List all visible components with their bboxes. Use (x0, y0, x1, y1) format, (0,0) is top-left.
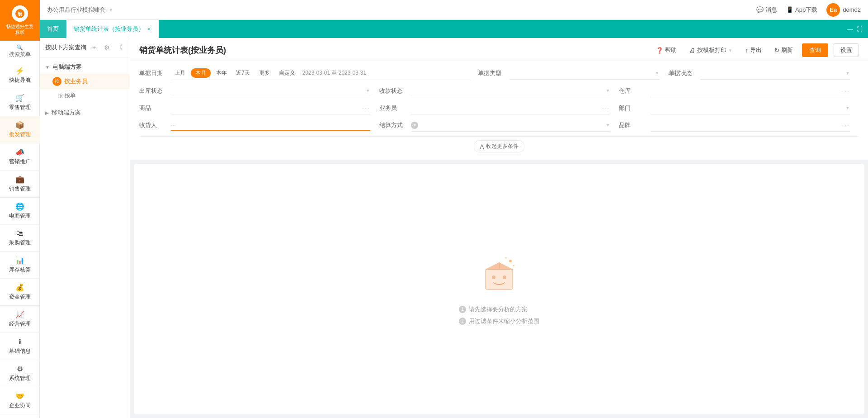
product-select[interactable]: ··· (171, 102, 370, 114)
receipt-status-select[interactable]: ▼ (411, 85, 610, 97)
retail-icon: 🛒 (15, 94, 24, 102)
mobile-expand-icon: ▶ (45, 110, 49, 115)
tip-num-2: 2 (459, 318, 466, 325)
sidebar-item-sys-mgmt[interactable]: ⚙ 系统管理 (0, 360, 40, 387)
logo-icon: 畅 (12, 5, 28, 22)
date-btn-last-month[interactable]: 上月 (171, 68, 189, 78)
dept-label: 部门 (619, 104, 651, 112)
inventory-icon: 📊 (15, 256, 24, 265)
empty-tips: 1 请先选择要分析的方案 2 用过滤条件来缩小分析范围 (459, 304, 539, 327)
receipt-status-arrow-icon: ▼ (605, 88, 610, 93)
breadcrumb: 办公用品行业模拟账套 (47, 6, 106, 14)
user-menu[interactable]: Ea demo2 (826, 3, 861, 17)
tab-home[interactable]: 首页 (40, 20, 66, 38)
sidebar-item-sales-mgmt[interactable]: 💼 销售管理 (0, 171, 40, 198)
doc-type-arrow-icon: ▼ (655, 71, 660, 76)
export-button[interactable]: ↑ 导出 (742, 44, 766, 56)
settlement-clear-button[interactable]: ✕ (411, 122, 418, 129)
tab-sales-stat-label: 销货单统计表（按业务员） (74, 25, 144, 33)
date-btn-more[interactable]: 更多 (255, 68, 274, 78)
settings-button[interactable]: 设置 (834, 43, 859, 57)
sidebar-item-retail-mgmt[interactable]: 🛒 零售管理 (0, 89, 40, 116)
collapse-more-button[interactable]: ⋀ 收起更多条件 (474, 140, 524, 152)
header-right: 💬 消息 📱 App下载 Ea demo2 (756, 3, 861, 17)
print-template-button[interactable]: 🖨 按模板打印 ▼ (686, 44, 736, 56)
warehouse-select[interactable]: ··· (651, 85, 850, 97)
export-label: 导出 (750, 46, 762, 54)
refresh-button[interactable]: ↻ 刷新 (771, 44, 797, 56)
sidebar-item-search-menu[interactable]: 🔍 搜索菜单 (0, 41, 40, 62)
user-name: demo2 (843, 6, 861, 13)
print-icon: 🖨 (689, 47, 695, 54)
content-area: 按以下方案查询 + ⚙ 《 ▼ 电脑端方案 按 按业务员 按 按 (40, 38, 868, 418)
brand-select[interactable]: ··· (651, 119, 850, 132)
salesperson-icon: 按 (52, 77, 61, 86)
brand-label: 品牌 (619, 121, 651, 129)
tab-sales-stat[interactable]: 销货单统计表（按业务员） ✕ (66, 20, 159, 38)
doc-status-select[interactable]: ▼ (700, 67, 850, 80)
sidebar-item-corp-collab[interactable]: 🤝 企业协同 (0, 387, 40, 414)
consignee-input-control[interactable]: ··· (171, 120, 370, 131)
sidebar-item-basic-info[interactable]: ℹ 基础信息 (0, 333, 40, 360)
tab-close-icon[interactable]: ✕ (147, 26, 151, 32)
out-status-label: 出库状态 (139, 87, 171, 95)
sidebar-item-ecom[interactable]: 🌐 电商管理 (0, 198, 40, 225)
date-btn-custom[interactable]: 自定义 (275, 68, 299, 78)
date-btn-this-year[interactable]: 本年 (212, 68, 231, 78)
consignee-label: 收货人 (139, 121, 171, 129)
tip-text-2: 用过滤条件来缩小分析范围 (469, 315, 539, 327)
collapse-panel-icon[interactable]: 《 (114, 43, 124, 52)
sidebar-item-purchase[interactable]: 🛍 采购管理 (0, 225, 40, 252)
filter-row-4: 收货人 ··· 结算方式 ✕ ▼ 品牌 ··· (139, 119, 859, 132)
date-quick-buttons: 上月 本月 本年 近7天 更多 自定义 2023-03-01 至 2023-03… (171, 68, 366, 78)
wholesale-icon: 📦 (15, 121, 24, 129)
settlement-select[interactable]: ✕ ▼ (411, 119, 610, 132)
doc-type-select[interactable]: ▼ (509, 67, 660, 80)
tree-child-by-salesperson[interactable]: 按 按业务员 (40, 74, 130, 89)
sidebar-item-label: 电商管理 (9, 212, 31, 220)
tab-minimize-icon[interactable]: — (847, 26, 853, 33)
app-logo[interactable]: 畅 畅捷通好生意 标版 (0, 0, 40, 41)
search-icon: 🔍 (16, 44, 23, 51)
settlement-arrow-icon: ▼ (605, 123, 610, 128)
tree-pc-parent[interactable]: ▼ 电脑端方案 (40, 60, 130, 74)
message-button[interactable]: 💬 消息 (756, 6, 777, 14)
tree-mobile-parent[interactable]: ▶ 移动端方案 (40, 105, 130, 120)
tree-sub-by-order[interactable]: 按 按单 (40, 89, 130, 102)
empty-illustration (476, 251, 522, 296)
collapse-icon: ⋀ (480, 143, 484, 150)
dept-select[interactable]: ▼ (651, 102, 850, 114)
header-left: 办公用品行业模拟账套 ▾ (47, 6, 113, 14)
message-icon: 💬 (756, 6, 764, 13)
date-btn-this-month[interactable]: 本月 (191, 68, 211, 78)
add-scheme-button[interactable]: + (89, 43, 99, 52)
app-download-button[interactable]: 📱 App下载 (786, 6, 817, 14)
warehouse-label: 仓库 (619, 87, 651, 95)
tab-bar-actions: — ⛶ (842, 26, 868, 33)
salesperson-select[interactable]: ··· (411, 102, 610, 114)
breadcrumb-arrow[interactable]: ▾ (109, 6, 113, 13)
search-button[interactable]: 查询 (802, 43, 828, 57)
product-label: 商品 (139, 104, 171, 112)
sidebar-item-marketing[interactable]: 📣 营销推广 (0, 143, 40, 171)
sidebar-item-new-guide[interactable]: 🚀 新手引导 (0, 414, 40, 418)
sidebar-item-inventory[interactable]: 📊 库存核算 (0, 252, 40, 279)
help-label: 帮助 (665, 46, 677, 54)
scheme-settings-icon[interactable]: ⚙ (102, 43, 112, 52)
sidebar-item-quick-nav[interactable]: ⚡ 快捷导航 (0, 62, 40, 89)
date-btn-last-7-days[interactable]: 近7天 (232, 68, 254, 78)
left-panel-header: 按以下方案查询 + ⚙ 《 (40, 38, 130, 57)
tree-sub-label: 按单 (65, 92, 75, 100)
svg-point-7 (503, 276, 506, 279)
top-header: 办公用品行业模拟账套 ▾ 💬 消息 📱 App下载 Ea demo2 (40, 0, 868, 20)
sidebar-item-ops-mgmt[interactable]: 📈 经营管理 (0, 306, 40, 333)
product-dots-icon: ··· (362, 104, 370, 112)
help-icon: ❓ (656, 47, 663, 54)
help-button[interactable]: ❓ 帮助 (652, 44, 680, 56)
tab-expand-icon[interactable]: ⛶ (857, 26, 863, 33)
out-status-select[interactable]: ▼ (171, 85, 370, 97)
doc-type-label: 单据类型 (478, 69, 509, 77)
sidebar-item-finance[interactable]: 💰 资金管理 (0, 279, 40, 306)
sidebar-item-wholesale-mgmt[interactable]: 📦 批发管理 (0, 116, 40, 143)
message-label: 消息 (765, 6, 777, 14)
